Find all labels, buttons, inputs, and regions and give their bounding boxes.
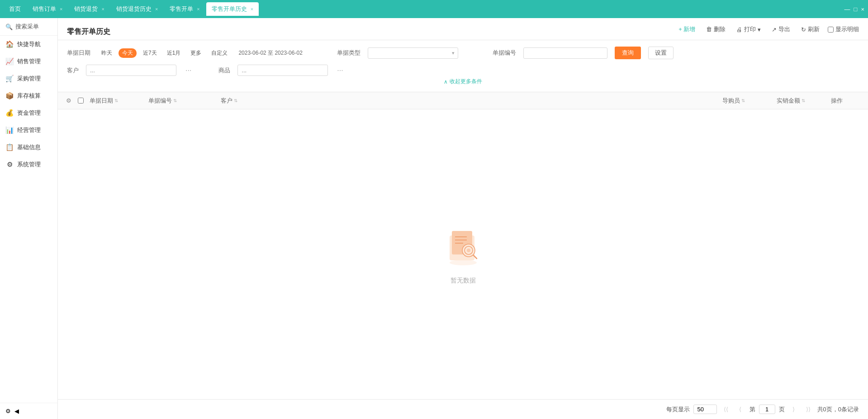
- tab-retail-history-close[interactable]: ×: [251, 6, 253, 12]
- sidebar-item-basic-info[interactable]: 📋 基础信息: [0, 139, 57, 156]
- col-amount-label: 实销金额: [777, 97, 800, 105]
- sidebar-item-finance[interactable]: 💰 资金管理: [0, 104, 57, 122]
- tab-sales-order-close[interactable]: ×: [60, 6, 62, 12]
- system-icon: ⚙: [5, 160, 14, 169]
- doc-type-select-wrapper: [368, 47, 458, 59]
- svg-point-0: [450, 260, 477, 265]
- table-select-all[interactable]: [75, 98, 86, 104]
- inventory-icon: 📦: [5, 92, 14, 100]
- sidebar-item-operations[interactable]: 📊 经营管理: [0, 122, 57, 139]
- next-page-btn[interactable]: ⟩: [788, 404, 799, 415]
- export-icon: ↗: [772, 26, 777, 33]
- close-window-btn[interactable]: ×: [861, 6, 864, 13]
- collapse-filter-button[interactable]: ∧ 收起更多条件: [67, 78, 859, 85]
- main-content: 零售开单历史 + 新增 🗑 删除 🖨 打印 ▾ ↗ 导出 ↻ 刷新: [58, 18, 868, 419]
- settings-bottom-icon[interactable]: ⚙: [5, 408, 11, 414]
- sidebar-item-purchase[interactable]: 🛒 采购管理: [0, 70, 57, 87]
- sidebar: 🔍 搜索采单 🏠 快捷导航 📈 销售管理 🛒 采购管理 📦 库存核算 💰 资金管…: [0, 18, 58, 419]
- sidebar-item-sales[interactable]: 📈 销售管理: [0, 53, 57, 70]
- display-detail-label: 显示明细: [835, 25, 859, 33]
- page-label: 第: [749, 405, 755, 414]
- display-detail-checkbox[interactable]: [828, 27, 834, 33]
- doc-num-input[interactable]: [523, 47, 607, 59]
- tab-retail-order[interactable]: 零售开单 ×: [164, 2, 205, 16]
- date-range-display: 2023-06-02 至 2023-06-02: [238, 49, 302, 57]
- empty-state-icon: [441, 224, 486, 269]
- tab-return-close[interactable]: ×: [101, 6, 104, 12]
- refresh-button[interactable]: ↻ 刷新: [798, 24, 822, 35]
- date-btn-custom[interactable]: 自定义: [208, 48, 231, 58]
- prev-page-btn[interactable]: ⟨: [735, 404, 746, 415]
- doc-type-select[interactable]: [368, 47, 458, 59]
- refresh-label: 刷新: [808, 25, 820, 33]
- tab-return[interactable]: 销货退货 ×: [69, 2, 109, 16]
- page-number-input[interactable]: [759, 405, 775, 414]
- tab-retail-order-close[interactable]: ×: [197, 6, 199, 12]
- page-end-label: 页: [779, 405, 785, 414]
- col-customer-label: 客户: [221, 97, 232, 105]
- tab-return-history-close[interactable]: ×: [155, 6, 158, 12]
- empty-state: 暂无数据: [58, 109, 868, 399]
- date-btn-more[interactable]: 更多: [187, 48, 205, 58]
- sidebar-item-sales-label: 销售管理: [17, 57, 41, 66]
- sidebar-item-finance-label: 资金管理: [17, 109, 41, 117]
- tab-sales-order[interactable]: 销售订单 ×: [27, 2, 68, 16]
- pagination: 每页显示 10 20 50 100 ⟨⟨ ⟨ 第 页 ⟩ ⟩⟩ 共0页，0条记录: [58, 399, 868, 419]
- sidebar-item-quicknav[interactable]: 🏠 快捷导航: [0, 36, 57, 53]
- col-header-num[interactable]: 单据编号 ⇅: [145, 97, 217, 105]
- table-area: ⚙ 单据日期 ⇅ 单据编号 ⇅ 客户 ⇅ 导购员 ⇅: [58, 92, 868, 419]
- product-input[interactable]: [237, 65, 328, 76]
- col-header-guide[interactable]: 导购员 ⇅: [719, 97, 773, 105]
- sidebar-item-system[interactable]: ⚙ 系统管理: [0, 156, 57, 173]
- sidebar-item-operations-label: 经营管理: [17, 126, 41, 134]
- date-btn-yesterday[interactable]: 昨天: [98, 48, 116, 58]
- customer-input[interactable]: [86, 65, 176, 76]
- export-button[interactable]: ↗ 导出: [769, 24, 793, 35]
- basic-info-icon: 📋: [5, 143, 14, 151]
- print-button[interactable]: 🖨 打印 ▾: [734, 24, 764, 35]
- home-icon: 🏠: [5, 40, 14, 48]
- tab-retail-history[interactable]: 零售开单历史 ×: [206, 2, 259, 16]
- doc-num-label: 单据编号: [493, 49, 516, 57]
- svg-point-9: [467, 249, 470, 252]
- col-num-label: 单据编号: [148, 97, 172, 105]
- add-button[interactable]: + 新增: [676, 24, 698, 35]
- first-page-btn[interactable]: ⟨⟨: [721, 404, 731, 415]
- sidebar-item-inventory-label: 库存核算: [17, 92, 41, 100]
- per-page-label: 每页显示: [666, 405, 690, 414]
- per-page-select[interactable]: 10 20 50 100: [693, 405, 717, 414]
- export-label: 导出: [778, 25, 790, 33]
- search-button[interactable]: 查询: [615, 47, 641, 59]
- display-detail-toggle[interactable]: 显示明细: [828, 25, 859, 33]
- tab-home[interactable]: 首页: [4, 2, 26, 16]
- collapse-sidebar-icon[interactable]: ◀: [14, 408, 19, 414]
- toolbar: + 新增 🗑 删除 🖨 打印 ▾ ↗ 导出 ↻ 刷新 显示明细: [676, 24, 859, 40]
- date-btn-7days[interactable]: 近7天: [139, 48, 161, 58]
- settings-button[interactable]: 设置: [648, 47, 674, 59]
- sidebar-search[interactable]: 🔍 搜索采单: [0, 18, 57, 36]
- date-btn-today[interactable]: 今天: [119, 48, 137, 58]
- minimize-btn[interactable]: —: [844, 6, 850, 13]
- col-header-date[interactable]: 单据日期 ⇅: [86, 97, 145, 105]
- window-controls: — □ ×: [844, 6, 864, 13]
- purchase-icon: 🛒: [5, 75, 14, 83]
- tab-return-label: 销货退货: [74, 5, 98, 13]
- last-page-btn[interactable]: ⟩⟩: [803, 404, 814, 415]
- product-ellipsis[interactable]: ···: [335, 66, 345, 75]
- customer-ellipsis[interactable]: ···: [184, 66, 193, 75]
- customer-filter-label: 客户: [67, 66, 79, 75]
- sidebar-item-inventory[interactable]: 📦 库存核算: [0, 87, 57, 104]
- sidebar-item-quicknav-label: 快捷导航: [17, 40, 41, 48]
- maximize-btn[interactable]: □: [854, 6, 858, 13]
- col-header-amount[interactable]: 实销金额 ⇅: [773, 97, 827, 105]
- delete-button[interactable]: 🗑 删除: [703, 24, 728, 35]
- col-customer-sort: ⇅: [234, 98, 237, 103]
- tab-home-label: 首页: [9, 5, 21, 13]
- table-settings-icon[interactable]: ⚙: [62, 97, 75, 104]
- col-amount-sort: ⇅: [802, 98, 805, 103]
- tab-return-history[interactable]: 销货退货历史 ×: [111, 2, 163, 16]
- print-label: 打印: [744, 25, 756, 33]
- select-all-checkbox[interactable]: [78, 98, 84, 104]
- date-btn-1month[interactable]: 近1月: [163, 48, 185, 58]
- col-header-customer[interactable]: 客户 ⇅: [217, 97, 719, 105]
